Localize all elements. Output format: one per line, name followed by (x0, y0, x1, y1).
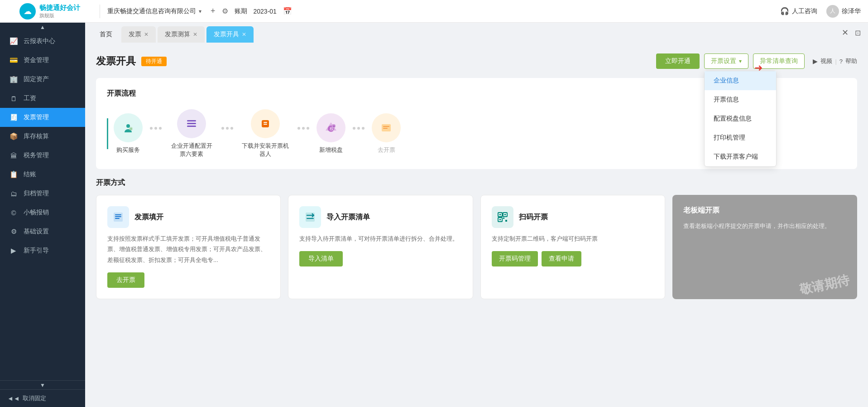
step-buy-service-icon: + (114, 113, 143, 142)
sidebar-item-basic-settings[interactable]: ⚙ 基础设置 (0, 222, 85, 241)
user-menu[interactable]: 人 徐泽华 (826, 5, 861, 18)
close-window-icon[interactable]: ✕ (842, 28, 849, 38)
connector-2 (221, 127, 233, 130)
step-download-icon (251, 109, 280, 138)
flow-step-go-invoice: 去开票 (372, 113, 401, 154)
sidebar-scroll-down[interactable]: ▼ (0, 380, 85, 389)
scan-code-title: 扫码开票 (519, 213, 548, 222)
tab-invoice-tool-close-icon[interactable]: ✕ (242, 31, 246, 38)
sidebar-item-inventory[interactable]: 📦 库存核算 (0, 127, 85, 146)
step-download-label: 下载并安装开票机器人 (240, 142, 290, 158)
activate-button[interactable]: 立即开通 (656, 53, 700, 69)
manual-fill-icon (107, 206, 129, 228)
company-chevron-icon[interactable]: ▾ (199, 8, 201, 15)
sidebar-item-tax[interactable]: 🏛 税务管理 (0, 146, 85, 165)
view-apply-button[interactable]: 查看申请 (542, 251, 581, 266)
tab-invoice-label: 发票 (129, 30, 141, 39)
svg-rect-19 (115, 214, 121, 215)
tab-invoice-close-icon[interactable]: ✕ (144, 31, 149, 38)
period-label: 账期 (235, 7, 247, 15)
svg-rect-4 (187, 120, 196, 121)
maximize-window-icon[interactable]: ⊡ (855, 29, 861, 37)
sidebar-item-fund[interactable]: 💳 资金管理 (0, 51, 85, 70)
manual-fill-desc: 支持按照发票样式手工填开发票；可开具增值税电子普通发票、增值税普通发票、增值税专… (107, 233, 269, 265)
video-help-area: ▶ 视频 | ? 帮助 (813, 57, 857, 65)
sidebar-item-label: 基础设置 (24, 228, 49, 236)
svg-rect-20 (115, 216, 121, 217)
sidebar-item-invoice[interactable]: 🧾 发票管理 (0, 108, 85, 127)
qr-manage-button[interactable]: 开票码管理 (492, 251, 538, 266)
sidebar-item-payroll[interactable]: 🗒 工资 (0, 89, 85, 108)
status-badge: 待开通 (141, 57, 167, 66)
svg-text:+: + (333, 124, 335, 128)
settlement-icon: 📋 (9, 170, 18, 179)
sidebar-scroll-up[interactable]: ▲ (0, 23, 85, 32)
page-title: 发票开具 (96, 54, 136, 68)
sidebar-item-fixed-assets[interactable]: 🏢 固定资产 (0, 70, 85, 89)
settings-dropdown-wrapper: 开票设置 ▾ ➜ 企业信息 (704, 53, 748, 69)
tab-invoice-tool[interactable]: 发票开具 ✕ (206, 26, 254, 43)
dropdown-item-invoice-info[interactable]: 开票信息 (705, 90, 776, 109)
sidebar-item-settlement[interactable]: 📋 结账 (0, 165, 85, 184)
dropdown-item-tax-disk[interactable]: 配置税盘信息 (705, 109, 776, 128)
cancel-fixed-label: 取消固定 (23, 394, 46, 402)
dropdown-item-printer-label: 打印机管理 (705, 128, 776, 147)
calendar-icon[interactable]: 📅 (283, 7, 292, 15)
consultant-label: 人工咨询 (792, 7, 817, 15)
scan-code-icon (492, 206, 513, 228)
svg-rect-5 (187, 123, 196, 124)
dropdown-item-download-client[interactable]: 下载开票客户端 (705, 147, 776, 166)
svg-rect-28 (499, 214, 501, 215)
settings-icon[interactable]: ⚙ (222, 7, 228, 15)
method-card-import-list: 导入开票清单 支持导入待开票清单，可对待开票清单进行拆分、合并处理。 导入清单 (288, 195, 473, 299)
flow-step-download: 下载并安装开票机器人 (240, 109, 290, 158)
flow-step-config: 企业开通配置开票六要素 (169, 109, 214, 158)
connector-4 (353, 127, 364, 130)
tab-invoice[interactable]: 发票 ✕ (121, 26, 156, 43)
settings-chevron-icon: ▾ (739, 58, 742, 64)
tab-invoice-test[interactable]: 发票测算 ✕ (158, 26, 205, 43)
app-title: 畅捷通好会计 (39, 4, 80, 12)
dropdown-item-company-info[interactable]: 企业信息 (705, 71, 776, 90)
svg-rect-21 (115, 218, 120, 219)
dropdown-item-printer[interactable]: 打印机管理 (705, 128, 776, 147)
import-list-button[interactable]: 导入清单 (299, 251, 343, 266)
tab-home[interactable]: 首页 (92, 26, 120, 43)
step-border-accent (107, 118, 108, 149)
tab-bar: 首页 发票 ✕ 发票测算 ✕ 发票开具 ✕ ✕ ⊡ (85, 23, 868, 43)
invoice-icon: 🧾 (9, 113, 18, 121)
settings-button[interactable]: 开票设置 ▾ (704, 53, 748, 69)
dropdown-item-download-client-label: 下载开票客户端 (705, 147, 776, 166)
sidebar-item-label: 归档管理 (24, 189, 49, 198)
company-selector[interactable]: 重庆畅捷交通信息咨询有限公司 ▾ (107, 7, 201, 15)
step-config-label: 企业开通配置开票六要素 (169, 142, 214, 158)
svg-rect-22 (306, 213, 315, 222)
svg-rect-8 (264, 122, 267, 123)
video-label[interactable]: 视频 (820, 57, 832, 65)
step-config-icon (177, 109, 206, 138)
add-company-icon[interactable]: + (211, 6, 216, 16)
sidebar-item-expense[interactable]: © 小畅报销 (0, 203, 85, 222)
sidebar-item-label: 工资 (24, 94, 36, 102)
headset-icon: 🎧 (780, 7, 789, 15)
method-card-scan-code: 扫码开票 支持定制开票二维码，客户端可扫码开票 开票码管理 查看申请 (480, 195, 665, 299)
sidebar-item-guide[interactable]: ▶ 新手引导 (0, 241, 85, 260)
help-label[interactable]: 帮助 (845, 57, 857, 65)
step-go-invoice-icon (372, 113, 401, 142)
step-tax-disk-label: 新增税盘 (319, 146, 343, 154)
sidebar-item-cloud-report[interactable]: 📈 云报表中心 (0, 32, 85, 51)
step-buy-service-label: 购买服务 (116, 146, 140, 154)
sidebar-item-label: 库存核算 (24, 132, 49, 141)
guide-icon: ▶ (9, 247, 18, 255)
play-icon[interactable]: ▶ (813, 58, 818, 65)
svg-rect-30 (499, 219, 501, 220)
cancel-fixed-button[interactable]: ◄◄ 取消固定 (0, 389, 85, 407)
sidebar-item-archive[interactable]: 🗂 归档管理 (0, 184, 85, 203)
method-card-boss-invoice: 老板端开票 查看老板端小程序提交的开票申请，并作出相应的处理。 敬请期待 (672, 195, 857, 299)
consultant-button[interactable]: 🎧 人工咨询 (780, 7, 817, 15)
page-header: 发票开具 待开通 立即开通 开票设置 ▾ ➜ (96, 53, 857, 69)
go-invoice-button[interactable]: 去开票 (107, 272, 144, 288)
user-avatar: 人 (826, 5, 839, 18)
tab-invoice-test-close-icon[interactable]: ✕ (193, 31, 197, 38)
sidebar-item-label: 小畅报销 (24, 208, 49, 217)
